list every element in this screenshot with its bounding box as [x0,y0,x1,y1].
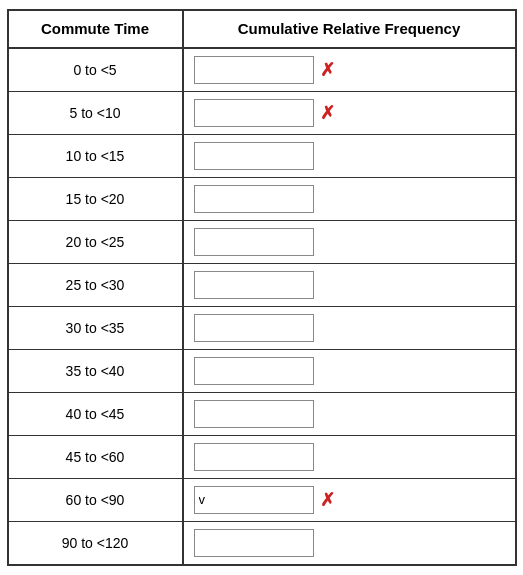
col-header-commute-time: Commute Time [9,11,184,47]
row-input-cell-2 [184,136,515,176]
row-label-9: 45 to <60 [9,436,184,478]
error-mark-0: ✗ [320,61,335,79]
table-row: 0 to <5✗ [9,49,515,92]
row-label-3: 15 to <20 [9,178,184,220]
row-input-cell-6 [184,308,515,348]
table-row: 45 to <60 [9,436,515,479]
table-row: 30 to <35 [9,307,515,350]
row-label-0: 0 to <5 [9,49,184,91]
frequency-input-2[interactable] [194,142,314,170]
row-label-10: 60 to <90 [9,479,184,521]
row-label-5: 25 to <30 [9,264,184,306]
frequency-input-0[interactable] [194,56,314,84]
error-mark-1: ✗ [320,104,335,122]
table-row: 10 to <15 [9,135,515,178]
row-label-7: 35 to <40 [9,350,184,392]
frequency-input-9[interactable] [194,443,314,471]
row-input-cell-11 [184,523,515,563]
row-label-2: 10 to <15 [9,135,184,177]
table-row: 90 to <120 [9,522,515,564]
frequency-input-4[interactable] [194,228,314,256]
table-row: 20 to <25 [9,221,515,264]
row-label-1: 5 to <10 [9,92,184,134]
col-header-frequency: Cumulative Relative Frequency [184,11,515,47]
commute-frequency-table: Commute Time Cumulative Relative Frequen… [7,9,517,566]
row-input-cell-3 [184,179,515,219]
table-row: 5 to <10✗ [9,92,515,135]
error-mark-10: ✗ [320,491,335,509]
table-body: 0 to <5✗5 to <10✗10 to <1515 to <2020 to… [9,49,515,564]
row-input-cell-5 [184,265,515,305]
row-label-6: 30 to <35 [9,307,184,349]
table-row: 35 to <40 [9,350,515,393]
row-label-11: 90 to <120 [9,522,184,564]
frequency-input-6[interactable] [194,314,314,342]
row-label-8: 40 to <45 [9,393,184,435]
row-input-cell-8 [184,394,515,434]
row-input-cell-0: ✗ [184,50,515,90]
frequency-input-8[interactable] [194,400,314,428]
frequency-input-3[interactable] [194,185,314,213]
row-input-cell-4 [184,222,515,262]
table-row: 15 to <20 [9,178,515,221]
frequency-input-5[interactable] [194,271,314,299]
row-input-cell-10: ✗ [184,480,515,520]
row-input-cell-1: ✗ [184,93,515,133]
row-input-cell-9 [184,437,515,477]
table-row: 60 to <90✗ [9,479,515,522]
frequency-input-11[interactable] [194,529,314,557]
row-input-cell-7 [184,351,515,391]
row-label-4: 20 to <25 [9,221,184,263]
frequency-input-7[interactable] [194,357,314,385]
table-row: 40 to <45 [9,393,515,436]
frequency-input-10[interactable] [194,486,314,514]
frequency-input-1[interactable] [194,99,314,127]
table-row: 25 to <30 [9,264,515,307]
table-header: Commute Time Cumulative Relative Frequen… [9,11,515,49]
